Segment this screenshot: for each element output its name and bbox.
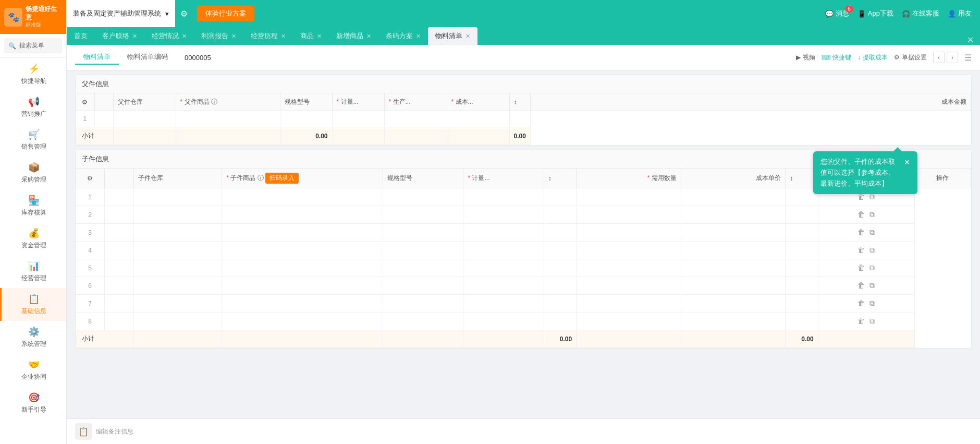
tab-profit-report[interactable]: 利润报告 ✕ xyxy=(194,27,243,45)
child-row-2-product[interactable] xyxy=(133,206,222,224)
video-action[interactable]: ▶ 视频 xyxy=(796,53,815,62)
tab-close-bom[interactable]: ✕ xyxy=(466,33,470,40)
delete-row-7-button[interactable]: 🗑 xyxy=(858,299,865,307)
child-row-1-product[interactable] xyxy=(133,188,222,206)
copy-row-3-button[interactable]: ⧉ xyxy=(869,228,875,236)
sales-icon: 🛒 xyxy=(28,129,40,140)
delete-row-6-button[interactable]: 🗑 xyxy=(858,281,865,290)
single-settings-action[interactable]: ⚙ 单据设置 xyxy=(894,53,927,62)
app-download-button[interactable]: 📱 App下载 xyxy=(858,9,893,18)
scan-button[interactable]: 扫码录入 xyxy=(265,173,299,184)
copy-row-8-button[interactable]: ⧉ xyxy=(869,317,875,325)
page-header-tab-code[interactable]: 物料清单编码 xyxy=(119,50,176,65)
parent-row-1-spec[interactable] xyxy=(176,111,280,127)
sidebar-item-inventory[interactable]: 🏪 库存核算 xyxy=(0,189,66,222)
trial-button[interactable]: 体验行业方案 xyxy=(197,6,254,21)
parent-row-1-production[interactable] xyxy=(332,111,384,127)
tab-close-profit[interactable]: ✕ xyxy=(231,33,236,40)
tab-operations-status[interactable]: 经营情况 ✕ xyxy=(144,27,194,45)
child-row-2-cost-amount xyxy=(786,206,818,224)
child-row-2-unit-cost[interactable] xyxy=(577,206,681,224)
child-row-2-sort[interactable] xyxy=(463,206,544,224)
sidebar-item-operations[interactable]: 📊 经营管理 xyxy=(0,255,66,288)
extract-cost-action[interactable]: ↓ 提取成本 xyxy=(858,53,888,62)
child-col-settings[interactable]: ⚙ xyxy=(76,169,105,188)
tab-close-operations[interactable]: ✕ xyxy=(182,33,187,40)
parent-col-sort[interactable]: ↕ xyxy=(509,93,530,111)
copy-row-4-button[interactable]: ⧉ xyxy=(869,246,875,254)
sidebar-item-system[interactable]: ⚙️ 系统管理 xyxy=(0,321,66,354)
sidebar-item-marketing[interactable]: 📢 营销推广 xyxy=(0,91,66,124)
parent-subtotal-empty-5 xyxy=(447,127,509,145)
delete-row-3-button[interactable]: 🗑 xyxy=(858,228,865,236)
tab-close-history[interactable]: ✕ xyxy=(281,33,286,40)
copy-row-5-button[interactable]: ⧉ xyxy=(869,263,875,272)
tab-home[interactable]: 首页 xyxy=(67,27,95,45)
settings-icon-btn[interactable]: ⚙ xyxy=(178,7,190,21)
tab-barcode[interactable]: 条码方案 ✕ xyxy=(378,27,428,45)
tab-business-history[interactable]: 经营历程 ✕ xyxy=(243,27,293,45)
child-row-1-sort2[interactable] xyxy=(681,188,786,206)
copy-row-2-button[interactable]: ⧉ xyxy=(869,210,875,219)
message-button[interactable]: 💬 消息 6 xyxy=(825,9,849,18)
child-row-2-sort2[interactable] xyxy=(681,206,786,224)
child-row-1-sort[interactable] xyxy=(463,188,544,206)
tab-close-add-product[interactable]: ✕ xyxy=(366,33,371,40)
child-row-2-warehouse[interactable] xyxy=(105,206,134,224)
child-row-1-warehouse[interactable] xyxy=(105,188,134,206)
tab-close-barcode[interactable]: ✕ xyxy=(416,33,421,40)
child-row-2-actions: 🗑 ⧉ xyxy=(818,206,914,224)
sidebar-item-enterprise[interactable]: 🤝 企业协同 xyxy=(0,354,66,387)
child-row-1-quantity[interactable] xyxy=(544,188,576,206)
copy-row-7-button[interactable]: ⧉ xyxy=(869,299,875,307)
child-col-quantity: * 需用数量 xyxy=(577,169,681,188)
parent-col-settings[interactable]: ⚙ xyxy=(76,93,94,111)
parent-col-spec: 规格型号 xyxy=(280,93,332,111)
video-icon: ▶ xyxy=(796,54,801,61)
tab-close-products[interactable]: ✕ xyxy=(317,33,322,40)
notes-icon-button[interactable]: 📋 xyxy=(75,423,92,440)
sidebar-item-finance[interactable]: 💰 资金管理 xyxy=(0,222,66,255)
tab-close-customers[interactable]: ✕ xyxy=(132,33,137,40)
child-row-1-unit[interactable] xyxy=(383,188,463,206)
sidebar-item-sales[interactable]: 🛒 销售管理 xyxy=(0,124,66,157)
copy-row-6-button[interactable]: ⧉ xyxy=(869,281,875,290)
user-button[interactable]: 👤 用友 xyxy=(948,9,972,18)
system-selector[interactable]: 装备及固定资产辅助管理系统 ▾ xyxy=(67,0,175,27)
child-row-1-unit-cost[interactable] xyxy=(577,188,681,206)
sidebar-item-purchase[interactable]: 📦 采购管理 xyxy=(0,157,66,189)
list-view-button[interactable]: ☰ xyxy=(964,53,972,63)
parent-row-1-warehouse[interactable] xyxy=(94,111,113,127)
child-row-2-quantity[interactable] xyxy=(544,206,576,224)
child-col-sort[interactable]: ↕ xyxy=(544,169,576,188)
tab-bom[interactable]: 物料清单 ✕ xyxy=(428,27,477,45)
delete-row-5-button[interactable]: 🗑 xyxy=(858,263,865,272)
child-row-1-spec[interactable] xyxy=(222,188,383,206)
sidebar-item-basic-info[interactable]: 📋 基础信息 xyxy=(0,288,66,321)
parent-row-1-unit[interactable] xyxy=(280,111,332,127)
delete-row-8-button[interactable]: 🗑 xyxy=(858,317,865,325)
parent-row-1-cost[interactable] xyxy=(384,111,447,127)
nav-prev-button[interactable]: ‹ xyxy=(933,52,945,63)
sidebar-item-quick-nav[interactable]: ⚡ 快捷导航 xyxy=(0,58,66,91)
close-all-tabs-button[interactable]: ✕ xyxy=(961,35,980,45)
child-row-2-spec[interactable] xyxy=(222,206,383,224)
page-header-tab-list[interactable]: 物料清单 xyxy=(75,50,119,65)
search-menu-button[interactable]: 🔍 搜索菜单 xyxy=(4,38,62,53)
sidebar-item-guide[interactable]: 🎯 新手引导 xyxy=(0,387,66,419)
parent-row-1-product[interactable] xyxy=(113,111,176,127)
tab-add-product[interactable]: 新增商品 ✕ xyxy=(329,27,378,45)
delete-row-2-button[interactable]: 🗑 xyxy=(858,210,865,219)
parent-section-title: 父件信息 xyxy=(76,75,971,93)
child-row-2-unit[interactable] xyxy=(383,206,463,224)
tooltip-close-button[interactable]: ✕ xyxy=(904,157,910,168)
child-product-info-icon: ⓘ xyxy=(258,174,264,182)
parent-row-1-sort[interactable] xyxy=(447,111,509,127)
delete-row-4-button[interactable]: 🗑 xyxy=(858,246,865,254)
nav-next-button[interactable]: › xyxy=(947,52,958,63)
tab-products[interactable]: 商品 ✕ xyxy=(293,27,329,45)
online-service-button[interactable]: 🎧 在线客服 xyxy=(902,9,939,18)
child-subtotal-row: 小计 0.00 0.00 xyxy=(76,330,971,348)
tab-customers[interactable]: 客户联络 ✕ xyxy=(95,27,144,45)
shortcut-action[interactable]: ⌨ 快捷键 xyxy=(822,53,851,62)
